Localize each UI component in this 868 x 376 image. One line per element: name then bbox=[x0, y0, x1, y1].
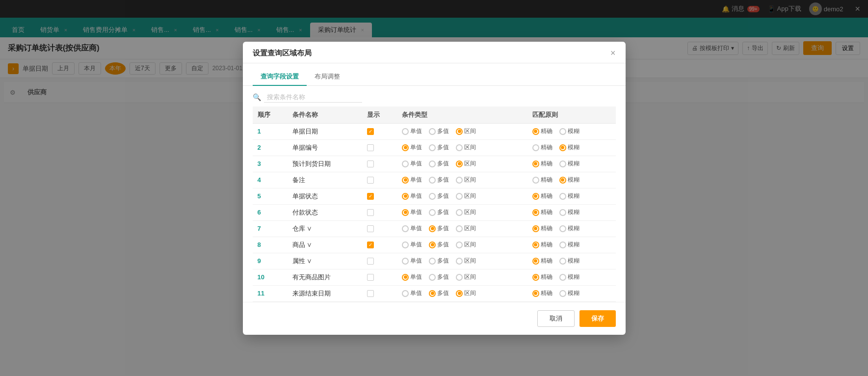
row-match-6[interactable]: 精确模糊 bbox=[527, 220, 616, 237]
type-option-type_single-5[interactable]: 单值 bbox=[402, 208, 422, 216]
match-option-match_fuzzy-7[interactable]: 模糊 bbox=[559, 241, 579, 249]
match-option-match_precise-2[interactable]: 精确 bbox=[532, 160, 552, 168]
row-type-9[interactable]: 单值多值区间 bbox=[397, 269, 527, 285]
show-checkbox-4[interactable]: ✓ bbox=[367, 193, 374, 200]
row-show-0[interactable]: ✓ bbox=[362, 123, 397, 139]
match-option-match_fuzzy-9[interactable]: 模糊 bbox=[559, 273, 579, 281]
row-show-3[interactable] bbox=[362, 172, 397, 188]
type-option-type_range-3[interactable]: 区间 bbox=[456, 176, 476, 184]
show-checkbox-10[interactable] bbox=[367, 290, 374, 297]
row-show-6[interactable] bbox=[362, 220, 397, 237]
type-option-type_range-5[interactable]: 区间 bbox=[456, 208, 476, 216]
type-option-type_range-2[interactable]: 区间 bbox=[456, 160, 476, 168]
row-type-0[interactable]: 单值多值区间 bbox=[397, 123, 527, 139]
type-option-type_range-8[interactable]: 区间 bbox=[456, 257, 476, 265]
type-option-type_multi-9[interactable]: 多值 bbox=[429, 273, 449, 281]
row-type-1[interactable]: 单值多值区间 bbox=[397, 139, 527, 156]
type-option-type_multi-0[interactable]: 多值 bbox=[429, 127, 449, 135]
type-option-type_range-1[interactable]: 区间 bbox=[456, 143, 476, 152]
row-show-10[interactable] bbox=[362, 285, 397, 301]
row-type-10[interactable]: 单值多值区间 bbox=[397, 285, 527, 301]
type-option-type_multi-1[interactable]: 多值 bbox=[429, 143, 449, 152]
match-option-match_precise-10[interactable]: 精确 bbox=[532, 289, 552, 297]
match-option-match_precise-5[interactable]: 精确 bbox=[532, 208, 552, 216]
match-option-match_precise-1[interactable]: 精确 bbox=[532, 143, 552, 152]
match-option-match_precise-9[interactable]: 精确 bbox=[532, 273, 552, 281]
type-option-type_multi-6[interactable]: 多值 bbox=[429, 224, 449, 233]
match-option-match_fuzzy-2[interactable]: 模糊 bbox=[559, 160, 579, 168]
row-match-1[interactable]: 精确模糊 bbox=[527, 139, 616, 156]
type-option-type_single-8[interactable]: 单值 bbox=[402, 257, 422, 265]
row-type-5[interactable]: 单值多值区间 bbox=[397, 204, 527, 220]
row-type-7[interactable]: 单值多值区间 bbox=[397, 237, 527, 253]
type-option-type_multi-7[interactable]: 多值 bbox=[429, 241, 449, 249]
show-checkbox-9[interactable] bbox=[367, 274, 374, 281]
row-match-8[interactable]: 精确模糊 bbox=[527, 253, 616, 269]
type-option-type_single-3[interactable]: 单值 bbox=[402, 176, 422, 184]
type-option-type_single-10[interactable]: 单值 bbox=[402, 289, 422, 297]
row-match-3[interactable]: 精确模糊 bbox=[527, 172, 616, 188]
type-option-type_single-6[interactable]: 单值 bbox=[402, 224, 422, 233]
match-option-match_fuzzy-4[interactable]: 模糊 bbox=[559, 192, 579, 200]
type-option-type_multi-3[interactable]: 多值 bbox=[429, 176, 449, 184]
save-button[interactable]: 保存 bbox=[579, 310, 616, 327]
match-option-match_precise-6[interactable]: 精确 bbox=[532, 224, 552, 233]
row-type-8[interactable]: 单值多值区间 bbox=[397, 253, 527, 269]
type-option-type_range-9[interactable]: 区间 bbox=[456, 273, 476, 281]
type-option-type_single-0[interactable]: 单值 bbox=[402, 127, 422, 135]
row-match-4[interactable]: 精确模糊 bbox=[527, 188, 616, 204]
show-checkbox-2[interactable] bbox=[367, 161, 374, 167]
row-show-2[interactable] bbox=[362, 156, 397, 172]
row-show-5[interactable] bbox=[362, 204, 397, 220]
modal-tab-layout[interactable]: 布局调整 bbox=[307, 68, 348, 86]
match-option-match_precise-0[interactable]: 精确 bbox=[532, 127, 552, 135]
show-checkbox-1[interactable] bbox=[367, 144, 374, 151]
row-match-2[interactable]: 精确模糊 bbox=[527, 156, 616, 172]
type-option-type_multi-5[interactable]: 多值 bbox=[429, 208, 449, 216]
match-option-match_fuzzy-1[interactable]: 模糊 bbox=[559, 143, 579, 152]
type-option-type_multi-10[interactable]: 多值 bbox=[429, 289, 449, 297]
type-option-type_single-2[interactable]: 单值 bbox=[402, 160, 422, 168]
row-type-2[interactable]: 单值多值区间 bbox=[397, 156, 527, 172]
show-checkbox-6[interactable] bbox=[367, 225, 374, 232]
type-option-type_single-4[interactable]: 单值 bbox=[402, 192, 422, 200]
type-option-type_range-0[interactable]: 区间 bbox=[456, 127, 476, 135]
row-match-5[interactable]: 精确模糊 bbox=[527, 204, 616, 220]
row-show-4[interactable]: ✓ bbox=[362, 188, 397, 204]
row-match-10[interactable]: 精确模糊 bbox=[527, 285, 616, 301]
match-option-match_fuzzy-5[interactable]: 模糊 bbox=[559, 208, 579, 216]
match-option-match_fuzzy-10[interactable]: 模糊 bbox=[559, 289, 579, 297]
row-show-1[interactable] bbox=[362, 139, 397, 156]
type-option-type_range-7[interactable]: 区间 bbox=[456, 241, 476, 249]
match-option-match_fuzzy-6[interactable]: 模糊 bbox=[559, 224, 579, 233]
row-show-9[interactable] bbox=[362, 269, 397, 285]
row-type-3[interactable]: 单值多值区间 bbox=[397, 172, 527, 188]
row-match-0[interactable]: 精确模糊 bbox=[527, 123, 616, 139]
type-option-type_range-6[interactable]: 区间 bbox=[456, 224, 476, 233]
show-checkbox-7[interactable]: ✓ bbox=[367, 242, 374, 248]
match-option-match_precise-3[interactable]: 精确 bbox=[532, 176, 552, 184]
show-checkbox-5[interactable] bbox=[367, 209, 374, 216]
type-option-type_range-10[interactable]: 区间 bbox=[456, 289, 476, 297]
type-option-type_multi-2[interactable]: 多值 bbox=[429, 160, 449, 168]
type-option-type_single-9[interactable]: 单值 bbox=[402, 273, 422, 281]
match-option-match_precise-8[interactable]: 精确 bbox=[532, 257, 552, 265]
type-option-type_single-1[interactable]: 单值 bbox=[402, 143, 422, 152]
type-option-type_range-4[interactable]: 区间 bbox=[456, 192, 476, 200]
row-type-6[interactable]: 单值多值区间 bbox=[397, 220, 527, 237]
match-option-match_fuzzy-0[interactable]: 模糊 bbox=[559, 127, 579, 135]
row-match-7[interactable]: 精确模糊 bbox=[527, 237, 616, 253]
row-match-9[interactable]: 精确模糊 bbox=[527, 269, 616, 285]
match-option-match_fuzzy-3[interactable]: 模糊 bbox=[559, 176, 579, 184]
row-type-4[interactable]: 单值多值区间 bbox=[397, 188, 527, 204]
match-option-match_precise-4[interactable]: 精确 bbox=[532, 192, 552, 200]
match-option-match_precise-7[interactable]: 精确 bbox=[532, 241, 552, 249]
type-option-type_multi-4[interactable]: 多值 bbox=[429, 192, 449, 200]
modal-close-button[interactable]: × bbox=[610, 49, 616, 57]
modal-tab-query-field[interactable]: 查询字段设置 bbox=[253, 68, 307, 86]
row-show-8[interactable] bbox=[362, 253, 397, 269]
match-option-match_fuzzy-8[interactable]: 模糊 bbox=[559, 257, 579, 265]
show-checkbox-3[interactable] bbox=[367, 177, 374, 184]
type-option-type_single-7[interactable]: 单值 bbox=[402, 241, 422, 249]
row-show-7[interactable]: ✓ bbox=[362, 237, 397, 253]
